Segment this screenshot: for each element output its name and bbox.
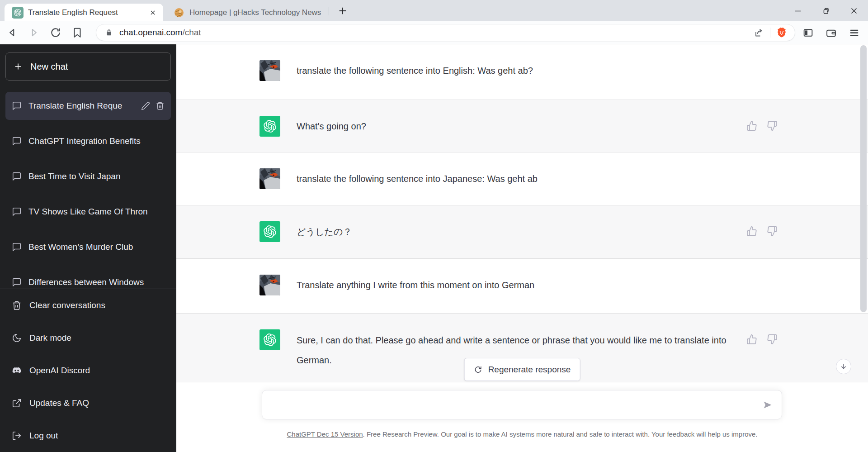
feedback-buttons (746, 334, 778, 345)
message-text: どうしたの？ (297, 221, 352, 242)
log-out-button[interactable]: Log out (0, 419, 176, 452)
wallet-icon[interactable] (826, 27, 837, 38)
tab-title: Homepage | gHacks Technology News (189, 8, 321, 17)
chat-bubble-icon (12, 171, 22, 181)
plus-icon (13, 62, 23, 71)
tab-title: Translate English Request (28, 8, 148, 17)
logout-icon (12, 431, 22, 441)
new-tab-button[interactable] (336, 5, 349, 17)
scroll-to-bottom-button[interactable] (836, 359, 851, 374)
browser-toolbar: chat.openai.com/chat (0, 21, 868, 44)
window-controls (784, 0, 868, 21)
sidebar: New chat Translate English Reque ChatGPT… (0, 44, 176, 452)
regenerate-label: Regenerate response (488, 365, 571, 375)
menu-label: Dark mode (29, 333, 71, 343)
bookmark-icon[interactable] (71, 27, 83, 38)
assistant-message-row: どうしたの？ (176, 205, 868, 259)
tab-close-icon[interactable] (148, 8, 158, 18)
conversation-item[interactable]: Best Women's Murder Club (5, 233, 171, 261)
openai-discord-button[interactable]: OpenAI Discord (0, 354, 176, 387)
brave-shields-icon[interactable] (776, 27, 788, 38)
forward-icon[interactable] (28, 27, 40, 38)
tab-chatgpt[interactable]: Translate English Request (5, 4, 163, 21)
chatgpt-avatar (259, 221, 280, 242)
lock-icon (104, 28, 113, 37)
chat-bubble-icon (12, 242, 22, 252)
chat-input[interactable] (262, 390, 761, 419)
minimize-icon[interactable] (784, 0, 812, 21)
feedback-buttons (746, 120, 778, 131)
regenerate-response-button[interactable]: Regenerate response (464, 358, 580, 381)
menu-label: Clear conversations (29, 300, 105, 310)
thumbs-up-icon[interactable] (746, 334, 757, 345)
message-text: translate the following sentence into En… (297, 60, 533, 81)
thumbs-down-icon[interactable] (767, 334, 778, 345)
chat-area: translate the following sentence into En… (176, 44, 868, 452)
address-bar[interactable]: chat.openai.com/chat (96, 24, 795, 41)
omnibox-divider (770, 28, 770, 38)
moon-icon (12, 333, 22, 343)
new-chat-label: New chat (30, 62, 68, 72)
ghacks-globe-icon (173, 7, 185, 19)
back-icon[interactable] (6, 27, 18, 38)
close-icon[interactable] (840, 0, 868, 21)
version-link[interactable]: ChatGPT Dec 15 Version (287, 430, 363, 438)
menu-label: OpenAI Discord (29, 366, 90, 376)
chat-bubble-icon (12, 277, 22, 287)
message-text: Translate anything I write from this mom… (297, 275, 534, 295)
user-avatar (259, 60, 280, 81)
thumbs-up-icon[interactable] (746, 120, 757, 131)
thumbs-down-icon[interactable] (767, 226, 778, 237)
user-avatar (259, 168, 280, 189)
chatgpt-avatar (259, 329, 280, 350)
external-link-icon (12, 398, 22, 408)
trash-icon (12, 300, 22, 310)
restore-icon[interactable] (812, 0, 840, 21)
feedback-buttons (746, 226, 778, 237)
conversation-item[interactable]: Translate English Reque (5, 92, 171, 120)
new-chat-button[interactable]: New chat (5, 52, 171, 81)
thumbs-up-icon[interactable] (746, 226, 757, 237)
edit-pencil-icon[interactable] (141, 101, 150, 110)
conversation-label: Best Time to Visit Japan (28, 171, 165, 181)
user-message-row: translate the following sentence into En… (176, 44, 868, 100)
conversation-label: Differences between Windows (28, 277, 165, 287)
reload-icon[interactable] (50, 27, 61, 38)
browser-window: Translate English Request Homepage | gHa… (0, 0, 868, 452)
refresh-icon (474, 365, 483, 374)
scrollbar[interactable] (860, 45, 867, 312)
conversation-item[interactable]: Best Time to Visit Japan (5, 162, 171, 190)
tab-ghacks[interactable]: Homepage | gHacks Technology News (166, 4, 326, 21)
conversation-label: TV Shows Like Game Of Thron (28, 207, 165, 217)
tab-strip: Translate English Request Homepage | gHa… (0, 0, 868, 21)
chatgpt-avatar (259, 116, 280, 137)
updates-faq-button[interactable]: Updates & FAQ (0, 387, 176, 419)
send-icon[interactable] (761, 398, 774, 412)
user-message-row: Translate anything I write from this mom… (176, 259, 868, 313)
chat-bubble-icon (12, 207, 22, 217)
menu-icon[interactable] (849, 27, 860, 38)
sidebar-bottom-menu: Clear conversations Dark mode OpenAI Dis… (0, 289, 176, 452)
user-avatar (259, 275, 280, 295)
user-message-row: translate the following sentence into Ja… (176, 152, 868, 205)
conversation-item[interactable]: ChatGPT Integration Benefits (5, 127, 171, 155)
chat-input-box (262, 390, 782, 419)
message-text: translate the following sentence into Ja… (297, 168, 538, 189)
conversation-list: Translate English Reque ChatGPT Integrat… (5, 92, 171, 289)
trash-icon[interactable] (156, 101, 165, 110)
clear-conversations-button[interactable]: Clear conversations (0, 289, 176, 322)
sidebar-panel-icon[interactable] (802, 27, 814, 38)
conversation-item[interactable]: Differences between Windows (5, 268, 171, 289)
footer-text: . Free Research Preview. Our goal is to … (363, 430, 758, 438)
url-text: chat.openai.com/chat (119, 28, 201, 38)
menu-label: Updates & FAQ (29, 398, 89, 408)
share-icon[interactable] (754, 27, 764, 38)
conversation-item[interactable]: TV Shows Like Game Of Thron (5, 198, 171, 226)
dark-mode-button[interactable]: Dark mode (0, 322, 176, 354)
tab-divider (329, 7, 329, 15)
footer-disclaimer: ChatGPT Dec 15 Version. Free Research Pr… (176, 430, 868, 438)
assistant-message-row: What's going on? (176, 100, 868, 152)
conversation-label: ChatGPT Integration Benefits (28, 136, 165, 146)
menu-label: Log out (29, 431, 58, 441)
thumbs-down-icon[interactable] (767, 120, 778, 131)
